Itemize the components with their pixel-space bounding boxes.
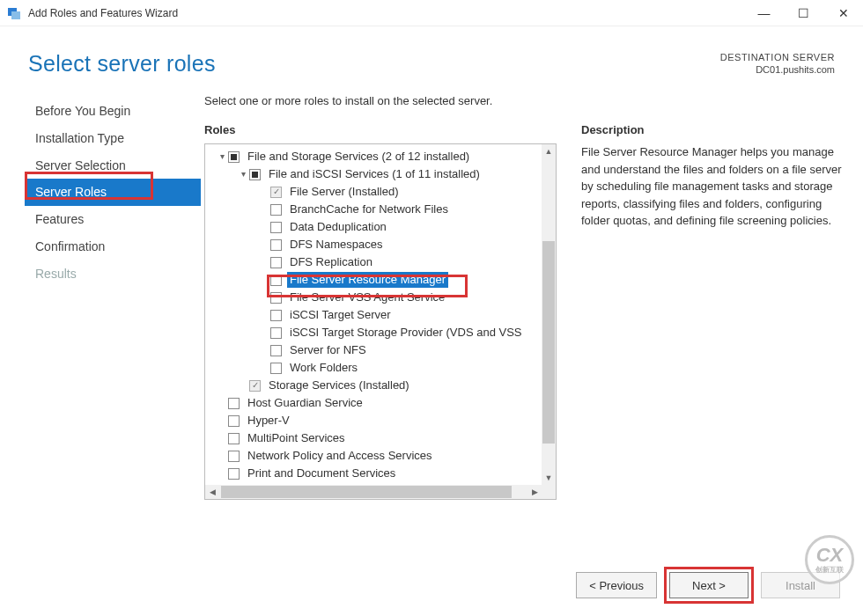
tree-node[interactable]: MultiPoint Services — [205, 429, 542, 447]
tree-node-label[interactable]: Host Guardian Service — [245, 395, 365, 411]
expander-icon[interactable]: ▾ — [216, 149, 228, 165]
scroll-up-icon[interactable]: ▲ — [542, 144, 556, 158]
description-label: Description — [581, 123, 842, 136]
tree-node-label[interactable]: File Server (Installed) — [287, 184, 402, 200]
tree-node-label[interactable]: Work Folders — [287, 360, 360, 376]
tree-node[interactable]: File Server (Installed) — [205, 183, 542, 201]
tree-node-label[interactable]: iSCSI Target Server — [287, 307, 394, 323]
tree-node[interactable]: iSCSI Target Storage Provider (VDS and V… — [205, 324, 542, 341]
sidebar-item-server-selection[interactable]: Server Selection — [25, 152, 201, 180]
tree-viewport: ▾File and Storage Services (2 of 12 inst… — [205, 144, 542, 485]
watermark-logo: CX — [816, 546, 844, 565]
scroll-down-icon[interactable]: ▼ — [542, 471, 556, 485]
tree-node[interactable]: ▾File and Storage Services (2 of 12 inst… — [205, 148, 542, 165]
tree-node[interactable]: Print and Document Services — [205, 465, 542, 482]
annotation-highlight-next: Next > — [664, 567, 754, 604]
tree-node[interactable]: Host Guardian Service — [205, 394, 542, 412]
tree-node[interactable]: BranchCache for Network Files — [205, 201, 542, 218]
vscroll-thumb[interactable] — [542, 241, 555, 444]
tree-node[interactable]: iSCSI Target Server — [205, 306, 542, 324]
checkbox[interactable] — [228, 468, 240, 480]
next-button[interactable]: Next > — [669, 572, 749, 598]
checkbox[interactable] — [249, 169, 261, 180]
checkbox[interactable] — [270, 363, 282, 374]
content: Select one or more roles to install on t… — [201, 87, 842, 554]
previous-button[interactable]: < Previous — [576, 572, 657, 598]
tree-node[interactable]: DFS Replication — [205, 253, 542, 271]
tree-node-label[interactable]: File and iSCSI Services (1 of 11 install… — [266, 166, 483, 182]
sidebar-item-features[interactable]: Features — [25, 206, 201, 233]
tree-node[interactable]: Storage Services (Installed) — [205, 377, 542, 394]
tree-node-label[interactable]: Server for NFS — [287, 342, 369, 358]
checkbox — [270, 187, 282, 198]
tree-node[interactable]: Work Folders — [205, 359, 542, 377]
hscroll-thumb[interactable] — [221, 486, 512, 498]
checkbox[interactable] — [270, 292, 282, 304]
checkbox[interactable] — [228, 433, 240, 444]
page-title: Select server roles — [28, 51, 216, 77]
scroll-right-icon[interactable]: ▶ — [527, 485, 542, 499]
tree-node-label[interactable]: Hyper-V — [245, 413, 292, 429]
tree-node[interactable]: DFS Namespaces — [205, 236, 542, 253]
tree-node-label[interactable]: File and Storage Services (2 of 12 insta… — [245, 149, 472, 165]
tree-node-label[interactable]: File Server VSS Agent Service — [287, 290, 447, 305]
scroll-corner — [542, 485, 556, 499]
description-column: Description File Server Resource Manager… — [581, 94, 842, 554]
checkbox[interactable] — [228, 451, 240, 462]
spacer — [581, 94, 842, 107]
checkbox[interactable] — [228, 415, 240, 427]
tree-node[interactable]: Server for NFS — [205, 341, 542, 359]
sidebar-item-before-you-begin[interactable]: Before You Begin — [25, 98, 201, 125]
checkbox[interactable] — [228, 398, 240, 409]
checkbox[interactable] — [270, 327, 282, 339]
maximize-button[interactable]: ☐ — [784, 0, 823, 26]
instruction-text: Select one or more roles to install on t… — [204, 94, 557, 107]
checkbox[interactable] — [270, 204, 282, 216]
checkbox[interactable] — [270, 257, 282, 268]
scroll-left-icon[interactable]: ◀ — [205, 485, 219, 499]
checkbox[interactable] — [270, 275, 282, 286]
tree-node-label[interactable]: Data Deduplication — [287, 219, 389, 235]
tree-node-label[interactable]: Print and Document Services — [245, 466, 398, 481]
window-title: Add Roles and Features Wizard — [28, 7, 744, 19]
tree-node[interactable]: File Server VSS Agent Service — [205, 289, 542, 306]
checkbox[interactable] — [270, 345, 282, 356]
checkbox[interactable] — [270, 310, 282, 321]
tree-node-label[interactable]: File Server Resource Manager — [287, 272, 448, 288]
tree-node-label[interactable]: Network Policy and Access Services — [245, 448, 435, 464]
tree-node-label[interactable]: Storage Services (Installed) — [266, 378, 412, 393]
tree-node[interactable]: ▾File and iSCSI Services (1 of 11 instal… — [205, 165, 542, 183]
tree-node-label[interactable]: MultiPoint Services — [245, 430, 348, 446]
title-bar: Add Roles and Features Wizard — ☐ ✕ — [0, 0, 863, 26]
sidebar-item-server-roles[interactable]: Server Roles — [25, 179, 201, 206]
horizontal-scrollbar[interactable]: ◀ ▶ — [205, 485, 542, 499]
tree-node-label[interactable]: DFS Replication — [287, 254, 375, 270]
roles-column: Select one or more roles to install on t… — [204, 94, 557, 554]
checkbox — [249, 380, 261, 392]
description-text: File Server Resource Manager helps you m… — [581, 143, 842, 230]
vertical-scrollbar[interactable]: ▲ ▼ — [542, 144, 556, 485]
sidebar-item-installation-type[interactable]: Installation Type — [25, 125, 201, 152]
tree-node-label[interactable]: BranchCache for Network Files — [287, 202, 451, 217]
close-button[interactable]: ✕ — [823, 0, 863, 26]
watermark: CX 创新互联 — [805, 535, 854, 584]
minimize-button[interactable]: — — [744, 0, 784, 26]
roles-tree: ▾File and Storage Services (2 of 12 inst… — [204, 143, 557, 500]
destination-label: DESTINATION SERVER — [720, 51, 835, 63]
tree-node[interactable]: Network Policy and Access Services — [205, 447, 542, 465]
app-icon — [7, 6, 21, 20]
watermark-text1: 创新互联 — [815, 565, 844, 575]
tree-node[interactable]: Hyper-V — [205, 412, 542, 429]
tree-node-label[interactable]: DFS Namespaces — [287, 237, 385, 253]
checkbox[interactable] — [270, 222, 282, 233]
roles-label: Roles — [204, 123, 557, 136]
tree-node[interactable]: File Server Resource Manager — [205, 271, 542, 289]
sidebar-item-confirmation[interactable]: Confirmation — [25, 233, 201, 260]
tree-node-label[interactable]: iSCSI Target Storage Provider (VDS and V… — [287, 325, 525, 341]
header: Select server roles DESTINATION SERVER D… — [0, 26, 863, 87]
destination-value: DC01.pushits.com — [720, 63, 835, 76]
checkbox[interactable] — [228, 151, 240, 163]
checkbox[interactable] — [270, 239, 282, 251]
expander-icon[interactable]: ▾ — [237, 166, 249, 182]
tree-node[interactable]: Data Deduplication — [205, 218, 542, 236]
